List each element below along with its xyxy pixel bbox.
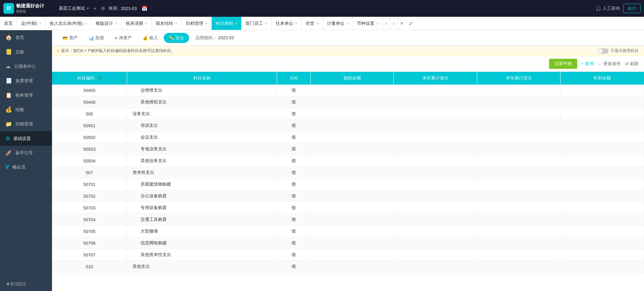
cell-init-balance[interactable]: [310, 155, 394, 167]
tab-next-button[interactable]: ›: [390, 17, 397, 30]
sub-tab-net-asset[interactable]: ≡ 净资产: [110, 33, 137, 43]
tab-inventory-label: 存货: [306, 20, 314, 27]
cell-ytd-debit: [394, 132, 477, 143]
close-tab-subject-init[interactable]: ×: [235, 21, 237, 26]
cell-init-balance[interactable]: [310, 108, 394, 120]
income-icon: 💰: [143, 36, 148, 41]
cell-init-balance[interactable]: [310, 85, 394, 96]
close-tab-period-end[interactable]: ×: [175, 21, 177, 26]
cell-code: 50703: [52, 202, 127, 214]
cell-code: 50503: [52, 143, 127, 155]
sub-tab-asset[interactable]: 💳 资产: [57, 33, 83, 43]
sidebar-spacer: [0, 174, 52, 277]
sidebar-item-ledger[interactable]: 📒 总账: [0, 45, 52, 59]
help-button[interactable]: 🎧 人工咨询: [596, 5, 620, 11]
subject-table: 科目编码 ⚙ 科目名称 方向 期初余额 本年累计借方 本年累计贷方 年初余额 5…: [52, 72, 644, 273]
refresh-button[interactable]: ↺ 刷新: [625, 61, 639, 67]
add-company-button[interactable]: ＋: [92, 5, 98, 12]
sidebar-label-ledger: 总账: [15, 49, 24, 55]
account-button[interactable]: 会计: [623, 4, 641, 13]
company-selector[interactable]: 基层工会测试 ▾: [59, 5, 89, 11]
tab-subject-init[interactable]: 科目期初 ×: [212, 17, 241, 30]
sidebar-item-settle[interactable]: 💰 结账: [0, 102, 52, 117]
table-row: 50405运维维支出借: [52, 85, 644, 96]
close-tab-dept[interactable]: ×: [265, 21, 267, 26]
cell-name: 运维维支出: [127, 85, 277, 96]
cell-init-balance[interactable]: [310, 202, 394, 214]
tab-dept[interactable]: 部门员工 ×: [241, 17, 271, 30]
close-tab-mid[interactable]: ×: [39, 21, 41, 26]
close-tab-tax[interactable]: ×: [145, 21, 147, 26]
cell-init-balance[interactable]: [310, 120, 394, 132]
more-button[interactable]: ⋯ 更多操作: [598, 61, 621, 67]
toggle-disabled-subjects[interactable]: 不显示禁用科目: [598, 48, 639, 54]
table-row: 50705大型修缮借: [52, 226, 644, 237]
tab-contacts[interactable]: 往来单位 ×: [272, 17, 302, 30]
sidebar-item-reports[interactable]: ☁ 云报表中心: [0, 59, 52, 74]
tab-home[interactable]: 首页: [0, 17, 17, 30]
cell-init-balance[interactable]: [310, 143, 394, 155]
col-ytd-debit: 本年累计借方: [394, 72, 477, 85]
cell-ytd-debit: [394, 96, 477, 108]
sidebar-item-settings[interactable]: ⚙ 基础设置: [0, 131, 52, 146]
close-tab-income[interactable]: ×: [85, 21, 87, 26]
tab-template[interactable]: 模版设计 ×: [92, 17, 121, 30]
sidebar-label-archive: 归档管理: [15, 121, 33, 127]
sidebar-item-tax[interactable]: 📋 税务管理: [0, 88, 52, 102]
close-tab-archive[interactable]: ×: [205, 21, 207, 26]
tab-prev-button[interactable]: ‹: [383, 17, 390, 30]
tab-period-end[interactable]: 期末结转 ×: [152, 17, 181, 30]
tab-tax[interactable]: 税表清册 ×: [122, 17, 152, 30]
sidebar-item-invoice[interactable]: 🧾 发票管理: [0, 74, 52, 88]
expand-tabs-button[interactable]: ⤢: [406, 17, 416, 30]
cell-year-balance: [560, 214, 644, 226]
close-all-tabs-button[interactable]: ×: [397, 17, 406, 30]
tab-mid[interactable]: 反(中期) ×: [17, 17, 46, 30]
close-tab-unit[interactable]: ×: [346, 21, 348, 26]
sidebar-collapse-button[interactable]: ◀ 取消固定: [0, 277, 52, 291]
sub-tab-income[interactable]: 💰 收入: [138, 33, 163, 43]
sidebar-item-archive[interactable]: 📁 归档管理: [0, 117, 52, 131]
tab-archive[interactable]: 归档管理 ×: [182, 17, 212, 30]
cell-init-balance[interactable]: [310, 249, 394, 261]
cell-code: 50702: [52, 190, 127, 202]
close-tab-inventory[interactable]: ×: [316, 21, 318, 26]
close-tab-contacts[interactable]: ×: [295, 21, 297, 26]
tab-currency[interactable]: 币种设置 ×: [353, 17, 383, 30]
cell-init-balance[interactable]: [310, 190, 394, 202]
column-settings-icon[interactable]: ⚙: [98, 76, 102, 81]
tab-income[interactable]: 收入支出表(年报) ×: [46, 17, 92, 30]
sub-tab-expense[interactable]: 💸 支出: [164, 33, 189, 43]
cell-init-balance[interactable]: [310, 261, 394, 273]
cell-year-balance: [560, 132, 644, 143]
table-row: 50706信息网络购建借: [52, 237, 644, 249]
cell-init-balance[interactable]: [310, 179, 394, 190]
cell-init-balance[interactable]: [310, 167, 394, 179]
add-button[interactable]: + 新增: [581, 61, 594, 67]
sidebar-item-home[interactable]: 🏠 首页: [0, 30, 52, 45]
tab-inventory[interactable]: 存货 ×: [302, 17, 323, 30]
cell-init-balance[interactable]: [310, 226, 394, 237]
close-tab-currency[interactable]: ×: [376, 21, 378, 26]
cell-init-balance[interactable]: [310, 132, 394, 143]
toggle-switch-control[interactable]: [598, 48, 608, 54]
cell-ytd-credit: [477, 226, 560, 237]
settings-icon[interactable]: ⚙: [101, 6, 105, 11]
cell-init-balance[interactable]: [310, 214, 394, 226]
cell-direction: 借: [277, 96, 310, 108]
tab-unit[interactable]: 计量单位 ×: [323, 17, 353, 30]
calendar-icon[interactable]: 📅: [142, 6, 147, 11]
sidebar-item-member[interactable]: V 畅会员: [0, 160, 52, 174]
sidebar-item-guide[interactable]: 🚀 新手引导: [0, 146, 52, 160]
table-row: 50701房屋建筑物购建借: [52, 179, 644, 190]
cell-init-balance[interactable]: [310, 237, 394, 249]
cell-init-balance[interactable]: [310, 96, 394, 108]
cell-ytd-credit: [477, 155, 560, 167]
balance-button[interactable]: 试算平衡: [549, 59, 577, 69]
sub-tab-income-label: 收入: [149, 35, 158, 41]
close-tab-template[interactable]: ×: [115, 21, 117, 26]
sidebar-label-home: 首页: [15, 35, 24, 41]
cloud-icon: ☁: [5, 63, 11, 69]
hint-icon: ℹ: [57, 49, 59, 53]
sub-tab-liability[interactable]: 📊 负债: [84, 33, 109, 43]
